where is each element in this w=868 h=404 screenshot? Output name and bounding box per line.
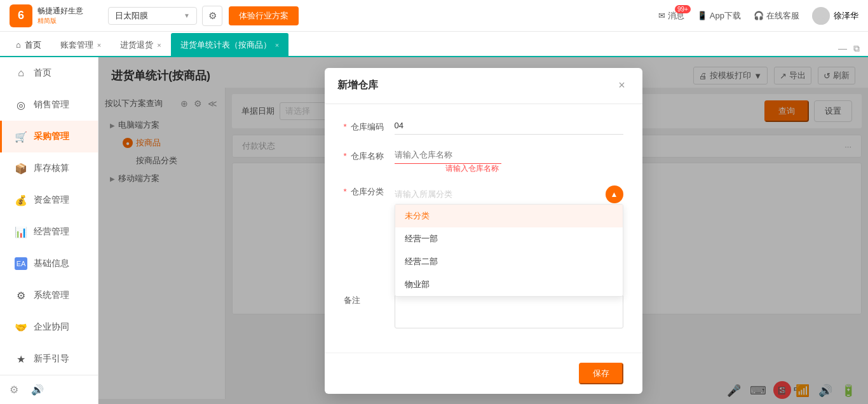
- category-placeholder: 请输入所属分类: [395, 189, 452, 200]
- tab-purchase-stats-close[interactable]: ×: [275, 41, 279, 49]
- modal-close-button[interactable]: ×: [614, 78, 630, 93]
- system-icon: ⚙: [15, 289, 27, 302]
- new-warehouse-modal: 新增仓库 × * 仓库编码 *: [325, 68, 642, 394]
- base-info-icon: EA: [15, 257, 27, 270]
- tab-bar: ⌂ 首页 账套管理 × 进货退货 × 进货单统计表（按商品） × — ⧉: [0, 32, 868, 57]
- category-option-dept2[interactable]: 经营二部: [395, 250, 623, 273]
- name-form-row: * 仓库名称 请输入仓库名称: [344, 146, 623, 164]
- content-area: 进货单统计(按商品) 🖨 按模板打印 ▼ ↗ 导出 ↺ 刷新: [98, 57, 868, 404]
- sidebar-item-purchase[interactable]: 🛒 采购管理: [0, 121, 98, 152]
- sidebar-item-inventory[interactable]: 📦 库存核算: [0, 152, 98, 184]
- category-option-dept1[interactable]: 经营一部: [395, 227, 623, 250]
- category-option-unclassified[interactable]: 未分类: [395, 205, 623, 227]
- try-industry-button[interactable]: 体验行业方案: [229, 6, 299, 25]
- category-label: * 仓库分类: [344, 182, 395, 198]
- gear-button[interactable]: ⚙: [202, 6, 222, 26]
- home-icon: ⌂: [16, 40, 21, 50]
- speaker-icon[interactable]: 🔊: [31, 384, 44, 396]
- app-badge: 精简版: [37, 17, 83, 25]
- home-icon: ⌂: [15, 67, 27, 79]
- user-menu[interactable]: 徐泽华: [812, 7, 858, 25]
- app-name: 畅捷通好生意: [37, 6, 83, 17]
- guide-icon: ★: [15, 353, 27, 365]
- sidebar-item-base-info[interactable]: EA 基础信息: [0, 248, 98, 279]
- code-form-row: * 仓库编码: [344, 117, 623, 135]
- tab-purchase-stats[interactable]: 进货单统计表（按商品） ×: [171, 33, 288, 56]
- tab-purchase-return[interactable]: 进货退货 ×: [111, 33, 170, 56]
- top-right-area: ✉ 消息 99+ 📱 App下载 🎧 在线客服 徐泽华: [658, 7, 858, 25]
- service-btn[interactable]: 🎧 在线客服: [754, 10, 799, 22]
- sidebar-bottom-bar: ⚙ 🔊: [0, 375, 98, 404]
- sidebar-item-sales[interactable]: ◎ 销售管理: [0, 89, 98, 121]
- username: 徐泽华: [834, 10, 858, 22]
- finance-icon: 💰: [15, 194, 27, 206]
- headset-icon: 🎧: [754, 11, 764, 20]
- sidebar-item-operations[interactable]: 📊 经营管理: [0, 216, 98, 248]
- warehouse-name-input[interactable]: [395, 146, 501, 164]
- message-icon: ✉: [658, 11, 665, 20]
- sidebar-item-guide[interactable]: ★ 新手引导: [0, 343, 98, 375]
- category-form-row: * 仓库分类 请输入所属分类 ▲: [344, 182, 623, 208]
- collab-icon: 🤝: [15, 321, 27, 333]
- store-dropdown-arrow: ▼: [184, 12, 190, 19]
- operations-icon: 📊: [15, 226, 27, 238]
- phone-icon: 📱: [697, 11, 707, 20]
- sidebar-item-collab[interactable]: 🤝 企业协同: [0, 311, 98, 343]
- modal-overlay[interactable]: 新增仓库 × * 仓库编码 *: [98, 57, 868, 404]
- message-badge: 99+: [675, 5, 691, 13]
- svg-point-1: [815, 18, 827, 25]
- name-error-msg: 请输入仓库名称: [445, 163, 499, 174]
- tab-home[interactable]: ⌂ 首页: [6, 33, 51, 56]
- sidebar-item-finance[interactable]: 💰 资金管理: [0, 184, 98, 216]
- minimize-button[interactable]: —: [837, 43, 848, 53]
- name-control-wrap: 请输入仓库名称: [395, 146, 623, 164]
- code-label: * 仓库编码: [344, 117, 395, 133]
- category-toggle-button[interactable]: ▲: [606, 185, 623, 203]
- inventory-icon: 📦: [15, 162, 27, 175]
- tab-purchase-return-close[interactable]: ×: [157, 41, 161, 49]
- avatar: [812, 7, 830, 25]
- app-download-btn[interactable]: 📱 App下载: [697, 10, 741, 22]
- sidebar: ⌂ 首页 ◎ 销售管理 🛒 采购管理 📦 库存核算 💰 资金管理 📊 经营管理 …: [0, 57, 98, 404]
- remark-label: 备注: [344, 290, 395, 306]
- tab-accounts[interactable]: 账套管理 ×: [51, 33, 111, 56]
- restore-button[interactable]: ⧉: [851, 43, 862, 53]
- save-button[interactable]: 保存: [579, 363, 623, 384]
- message-btn[interactable]: ✉ 消息 99+: [658, 10, 684, 22]
- category-dropdown-list: 未分类 经营一部 经营二部 物业部: [395, 204, 623, 297]
- logo-icon: 6: [10, 4, 32, 27]
- modal-title: 新增仓库: [337, 79, 378, 92]
- modal-body: * 仓库编码 * 仓库名称 请输入仓库名称: [325, 104, 642, 353]
- store-selector[interactable]: 日太阳膜 ▼: [108, 7, 197, 25]
- logo-area: 6 畅捷通好生意 精简版: [10, 4, 108, 27]
- sales-icon: ◎: [15, 98, 27, 111]
- chevron-up-icon: ▲: [611, 190, 618, 199]
- purchase-icon: 🛒: [15, 130, 27, 143]
- sidebar-item-home[interactable]: ⌂ 首页: [0, 57, 98, 89]
- top-bar: 6 畅捷通好生意 精简版 日太阳膜 ▼ ⚙ 体验行业方案 ✉ 消息 99+ 📱 …: [0, 0, 868, 32]
- settings-icon[interactable]: ⚙: [10, 384, 18, 396]
- sidebar-item-system[interactable]: ⚙ 系统管理: [0, 279, 98, 311]
- tab-accounts-close[interactable]: ×: [97, 41, 101, 49]
- main-layout: ⌂ 首页 ◎ 销售管理 🛒 采购管理 📦 库存核算 💰 资金管理 📊 经营管理 …: [0, 57, 868, 404]
- modal-footer: 保存: [325, 353, 642, 394]
- warehouse-code-input[interactable]: [395, 117, 623, 135]
- name-label: * 仓库名称: [344, 146, 395, 162]
- svg-point-0: [817, 10, 825, 17]
- category-option-dept3[interactable]: 物业部: [395, 273, 623, 296]
- store-name: 日太阳膜: [115, 10, 148, 22]
- category-control-wrap: 请输入所属分类 ▲ 未分类 经营一部 经营二部 物业部: [395, 182, 623, 208]
- window-buttons: — ⧉: [837, 43, 862, 56]
- modal-header: 新增仓库 ×: [325, 68, 642, 104]
